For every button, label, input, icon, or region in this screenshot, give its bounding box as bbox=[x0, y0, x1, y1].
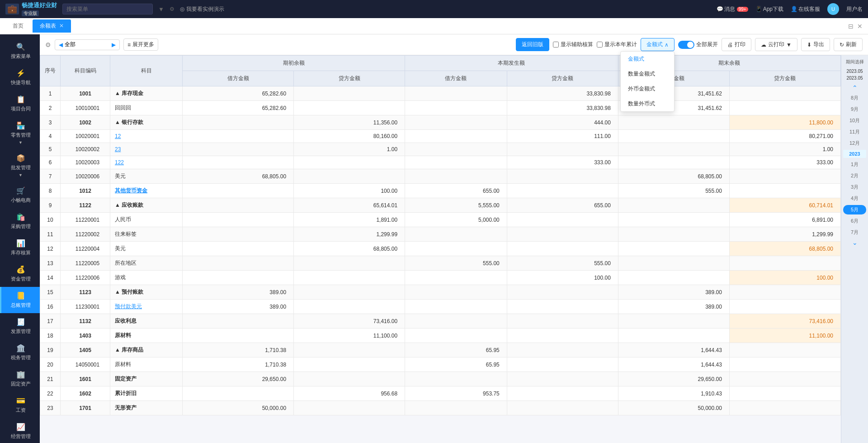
cell-open-debit: 50,000.00 bbox=[183, 401, 294, 415]
app-download-button[interactable]: 📱 App下载 bbox=[755, 5, 783, 13]
online-service-button[interactable]: 👤 在线客服 bbox=[791, 5, 820, 13]
print-button[interactable]: 🖨 打印 bbox=[722, 38, 751, 51]
cell-close-credit: 11,800.00 bbox=[729, 115, 840, 130]
sidebar-item-ledger[interactable]: 📒 总账管理 bbox=[0, 287, 40, 313]
cell-period-credit: 111.00 bbox=[507, 130, 618, 143]
sidebar-item-management[interactable]: 📈 经营管理 bbox=[0, 418, 40, 443]
refresh-label: 刷新 bbox=[846, 41, 857, 48]
cell-no: 20 bbox=[40, 357, 61, 372]
cell-open-debit bbox=[183, 143, 294, 156]
sidebar-item-search[interactable]: 🔍 搜索菜单 bbox=[0, 38, 40, 64]
cell-open-credit: 65,614.01 bbox=[294, 198, 405, 213]
left-arrow-icon[interactable]: ◀ bbox=[59, 42, 63, 48]
month-3[interactable]: 3月 bbox=[843, 182, 866, 192]
export-button[interactable]: ⬇ 导出 bbox=[801, 38, 830, 51]
cell-name[interactable]: 12 bbox=[110, 130, 183, 143]
tab-home[interactable]: 首页 bbox=[5, 19, 31, 33]
expand-all-toggle[interactable] bbox=[678, 41, 694, 49]
toolbar-right: 返回旧版 显示辅助核算 显示本年累计 金额式 ∧ bbox=[516, 38, 863, 51]
assist-checkbox-input[interactable] bbox=[553, 42, 559, 48]
month-5[interactable]: 5月 bbox=[843, 205, 866, 214]
cell-name: 美元 bbox=[110, 242, 183, 256]
right-arrow-icon[interactable]: ▶ bbox=[112, 42, 116, 48]
account-search-box[interactable]: ◀ ▶ bbox=[55, 39, 120, 50]
cell-code: 10020001 bbox=[61, 130, 110, 143]
sidebar-item-quicknav[interactable]: ⚡ 快捷导航 bbox=[0, 64, 40, 91]
avatar[interactable]: U bbox=[827, 3, 839, 15]
amount-style-dropdown[interactable]: 金额式 ∧ 金额式 数量金额式 外币金额式 数量外币式 bbox=[641, 38, 675, 51]
tab-close-button[interactable]: ✕ bbox=[59, 23, 64, 29]
sidebar: 🔍 搜索菜单 ⚡ 快捷导航 📋 项目合同 🏪 零售管理 ▼ 📦 批发管理 ▼ 🛒… bbox=[0, 34, 40, 443]
sidebar-item-retail[interactable]: 🏪 零售管理 ▼ bbox=[0, 117, 40, 149]
sidebar-label-search: 搜索菜单 bbox=[11, 53, 31, 60]
period-end: 2023.05 bbox=[846, 76, 863, 81]
cell-name: 回回回 bbox=[110, 101, 183, 115]
cloud-print-button[interactable]: ☁ 云打印 ▼ bbox=[755, 38, 797, 51]
cell-period-debit: 65.95 bbox=[405, 343, 507, 357]
demo-text: 我要看实例演示 bbox=[186, 5, 224, 13]
month-12[interactable]: 12月 bbox=[843, 138, 866, 148]
sidebar-item-tax[interactable]: 🏛️ 税务管理 bbox=[0, 339, 40, 366]
sidebar-item-ecommerce[interactable]: 🛒 小畅电商 bbox=[0, 182, 40, 208]
refresh-button[interactable]: ↻ 刷新 bbox=[834, 38, 863, 51]
cell-open-credit bbox=[294, 256, 405, 271]
sidebar-item-project[interactable]: 📋 项目合同 bbox=[0, 91, 40, 117]
sidebar-label-ledger: 总账管理 bbox=[11, 302, 31, 309]
search-input[interactable] bbox=[62, 4, 153, 14]
cell-name[interactable]: 其他货币资金 bbox=[110, 184, 183, 198]
cell-name[interactable]: 122 bbox=[110, 156, 183, 169]
return-old-button[interactable]: 返回旧版 bbox=[516, 38, 549, 51]
cell-no: 3 bbox=[40, 115, 61, 130]
cell-no: 2 bbox=[40, 101, 61, 115]
cell-name[interactable]: 23 bbox=[110, 143, 183, 156]
sidebar-item-salary[interactable]: 💳 工资 bbox=[0, 392, 40, 418]
sidebar-item-inventory[interactable]: 📊 库存核算 bbox=[0, 234, 40, 261]
show-year-total-checkbox[interactable]: 显示本年累计 bbox=[597, 41, 637, 48]
tab-close-all-icon[interactable]: ✕ bbox=[857, 23, 863, 30]
settings-icon[interactable]: ⚙ bbox=[170, 6, 175, 12]
sidebar-item-purchase[interactable]: 🛍️ 采购管理 bbox=[0, 208, 40, 234]
expand-more-button[interactable]: ≡ 展开更多 bbox=[123, 38, 158, 51]
account-search-input[interactable] bbox=[65, 42, 110, 48]
purchase-icon: 🛍️ bbox=[16, 213, 25, 221]
cell-name[interactable]: 预付款美元 bbox=[110, 300, 183, 314]
table-settings-icon[interactable]: ⚙ bbox=[45, 41, 51, 48]
demo-link[interactable]: ◎ 我要看实例演示 bbox=[180, 5, 224, 13]
amount-option-4[interactable]: 数量外币式 bbox=[621, 96, 674, 111]
month-2[interactable]: 2月 bbox=[843, 171, 866, 181]
month-1[interactable]: 1月 bbox=[843, 160, 866, 169]
sidebar-item-funds[interactable]: 💰 资金管理 bbox=[0, 261, 40, 287]
show-assist-checkbox[interactable]: 显示辅助核算 bbox=[553, 41, 593, 48]
amount-style-button[interactable]: 金额式 ∧ bbox=[641, 38, 675, 51]
sidebar-item-assets[interactable]: 🏢 固定资产 bbox=[0, 366, 40, 392]
cell-code: 11220004 bbox=[61, 242, 110, 256]
message-button[interactable]: 💬 消息 99+ bbox=[717, 5, 748, 13]
year-total-checkbox-input[interactable] bbox=[597, 42, 603, 48]
tab-restore-icon[interactable]: ⊟ bbox=[848, 23, 854, 30]
sidebar-label-management: 经营管理 bbox=[11, 433, 31, 440]
year-2023[interactable]: 2023 bbox=[843, 150, 866, 158]
sidebar-item-wholesale[interactable]: 📦 批发管理 ▼ bbox=[0, 149, 40, 182]
dropdown-arrow[interactable]: ▼ bbox=[158, 6, 164, 13]
table-row: 231701无形资产50,000.0050,000.00 bbox=[40, 401, 841, 415]
search-box[interactable] bbox=[62, 4, 153, 14]
month-9[interactable]: 9月 bbox=[843, 105, 866, 114]
amount-option-2[interactable]: 数量金额式 bbox=[621, 67, 674, 81]
cloud-icon: ☁ bbox=[761, 42, 766, 48]
month-11[interactable]: 11月 bbox=[843, 127, 866, 137]
month-8[interactable]: 8月 bbox=[843, 93, 866, 103]
month-6[interactable]: 6月 bbox=[843, 216, 866, 226]
month-10[interactable]: 10月 bbox=[843, 116, 866, 125]
tab-balance[interactable]: 余额表 ✕ bbox=[33, 19, 71, 33]
cell-name: ▲ 应收账款 bbox=[110, 198, 183, 213]
quicknav-icon: ⚡ bbox=[16, 69, 25, 77]
period-up-arrow[interactable]: ⌃ bbox=[852, 84, 858, 91]
cell-close-credit: 68,805.00 bbox=[729, 242, 840, 256]
sidebar-item-invoice[interactable]: 🧾 发票管理 bbox=[0, 313, 40, 339]
topbar: 💼 畅捷通好业财 专业版 ▼ ⚙ ◎ 我要看实例演示 💬 消息 99+ 📱 Ap… bbox=[0, 0, 868, 18]
amount-option-1[interactable]: 金额式 bbox=[621, 52, 674, 67]
month-4[interactable]: 4月 bbox=[843, 194, 866, 203]
period-down-arrow[interactable]: ⌄ bbox=[852, 239, 858, 246]
month-7[interactable]: 7月 bbox=[843, 228, 866, 237]
amount-option-3[interactable]: 外币金额式 bbox=[621, 81, 674, 96]
